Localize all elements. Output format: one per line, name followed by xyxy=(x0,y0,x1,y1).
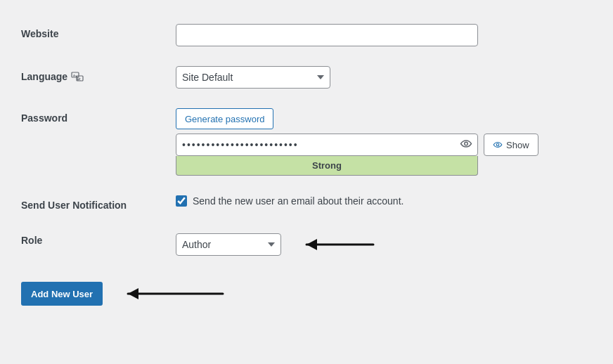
svg-marker-7 xyxy=(128,288,138,299)
show-password-label: Show xyxy=(506,140,529,150)
password-label-text: Password xyxy=(21,112,67,124)
notification-checkbox-row: Send the new user an email about their a… xyxy=(176,195,592,207)
eye-icon xyxy=(493,140,503,150)
password-strength-text: Strong xyxy=(312,160,342,171)
password-input[interactable] xyxy=(176,134,478,156)
password-input-group: Show Strong xyxy=(176,134,592,176)
password-field: Generate password xyxy=(176,108,592,176)
add-user-row: Add New User xyxy=(21,268,592,319)
role-arrow-icon xyxy=(292,230,377,259)
role-field: Subscriber Contributor Author Editor Adm… xyxy=(176,230,592,259)
role-label-text: Role xyxy=(21,235,42,246)
notification-label: Send User Notification xyxy=(21,195,176,211)
notification-row: Send User Notification Send the new user… xyxy=(21,186,592,221)
generate-password-button[interactable]: Generate password xyxy=(176,108,273,129)
role-select[interactable]: Subscriber Contributor Author Editor Adm… xyxy=(176,233,281,256)
add-user-arrow-icon xyxy=(114,280,226,308)
website-label-text: Website xyxy=(21,28,58,39)
role-select-row: Subscriber Contributor Author Editor Adm… xyxy=(176,230,592,259)
role-row: Role Subscriber Contributor Author Edito… xyxy=(21,221,592,268)
notification-checkbox-label: Send the new user an email about their a… xyxy=(193,195,404,207)
add-new-user-label: Add New User xyxy=(31,289,93,299)
language-label: Language A 文 xyxy=(21,66,176,83)
svg-marker-6 xyxy=(306,239,317,250)
language-select[interactable]: Site Default English (United States) Esp… xyxy=(176,66,330,89)
password-input-wrapper xyxy=(176,134,478,156)
password-row: Password Generate password xyxy=(21,98,592,186)
notification-checkbox[interactable] xyxy=(176,195,187,207)
website-row: Website xyxy=(21,14,592,56)
role-label: Role xyxy=(21,230,176,246)
svg-text:A: A xyxy=(73,74,75,77)
show-password-button[interactable]: Show xyxy=(484,134,538,156)
language-row: Language A 文 Site Default English (Unite… xyxy=(21,56,592,98)
notification-label-text: Send User Notification xyxy=(21,200,127,211)
notification-field: Send the new user an email about their a… xyxy=(176,195,592,207)
website-field xyxy=(176,24,592,46)
password-label: Password xyxy=(21,108,176,124)
generate-password-label: Generate password xyxy=(185,114,264,124)
svg-point-5 xyxy=(496,143,499,146)
svg-text:文: 文 xyxy=(78,77,81,81)
add-new-user-button[interactable]: Add New User xyxy=(21,282,103,306)
website-input[interactable] xyxy=(176,24,478,46)
website-label: Website xyxy=(21,24,176,39)
password-strength-bar: Strong xyxy=(176,156,478,176)
language-icon: A 文 xyxy=(71,70,84,83)
svg-point-4 xyxy=(465,142,468,145)
language-label-text: Language xyxy=(21,71,67,82)
password-hint-icon[interactable] xyxy=(460,138,472,152)
language-field: Site Default English (United States) Esp… xyxy=(176,66,592,89)
password-input-row: Show xyxy=(176,134,555,156)
